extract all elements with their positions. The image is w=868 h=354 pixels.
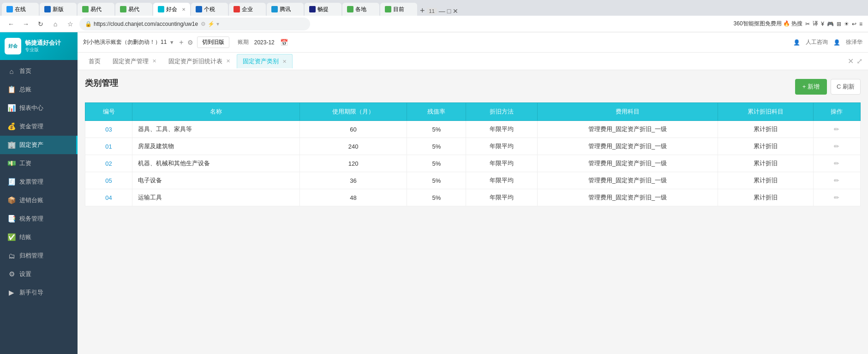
topbar-plus-icon[interactable]: + (179, 38, 183, 47)
cell-action-4[interactable]: ✏ (813, 189, 860, 206)
home-button[interactable]: ⌂ (50, 18, 61, 30)
dropdown-icon[interactable]: ▾ (216, 21, 219, 27)
page-tab-close-depr-stats[interactable]: ✕ (226, 58, 230, 64)
back-button[interactable]: ← (6, 18, 17, 30)
cell-expense-3: 管理费用_固定资产折旧_一级 (537, 172, 718, 189)
calendar-icon[interactable]: 📅 (280, 39, 288, 46)
bookmark-button[interactable]: ☆ (65, 18, 76, 30)
payroll-icon: 💵 (7, 159, 16, 168)
sidebar-item-closing[interactable]: ✅ 结账 (0, 228, 78, 246)
tab-window-close-icon[interactable]: ✕ (848, 57, 854, 66)
browser-tab-xinban[interactable]: 新版 (40, 3, 77, 16)
tab-icon-gedi (347, 6, 353, 12)
sidebar-item-reports[interactable]: 📊 报表中心 (0, 99, 78, 117)
translate-icon[interactable]: 译 (813, 20, 818, 28)
customer-service-label[interactable]: 人工咨询 (806, 38, 828, 46)
browser-tab-changjie[interactable]: 畅提 (305, 3, 341, 16)
sidebar-label-closing: 结账 (19, 233, 31, 241)
refresh-button[interactable]: C 刷新 (831, 79, 861, 95)
new-tab-button[interactable]: + (420, 6, 425, 16)
menu-icon[interactable]: ≡ (859, 21, 862, 27)
ledger-icon: 📋 (7, 85, 16, 94)
sidebar-item-invoice[interactable]: 🧾 发票管理 (0, 173, 78, 191)
page-tab-fixedasset-mgmt[interactable]: 固定资产管理 ✕ (107, 54, 162, 68)
sidebar-item-guide[interactable]: ▶ 新手引导 (0, 283, 78, 302)
archive-icon: 🗂 (7, 252, 16, 260)
edit-icon-4[interactable]: ✏ (834, 194, 839, 201)
switch-old-version-button[interactable]: 切到旧版 (197, 36, 229, 48)
tab-label-haohui: 好会 (166, 6, 177, 13)
edit-icon-1[interactable]: ✏ (834, 143, 839, 150)
col-header-rate: 残值率 (407, 103, 466, 121)
sidebar-item-payroll[interactable]: 💵 工资 (0, 154, 78, 173)
wallet-icon[interactable]: ¥ (821, 21, 824, 27)
maximize-icon[interactable]: □ (447, 7, 451, 15)
sidebar-item-home[interactable]: ⌂ 首页 (0, 62, 78, 80)
scissors-icon[interactable]: ✂ (805, 21, 810, 27)
cell-action-1[interactable]: ✏ (813, 138, 860, 155)
url-input[interactable]: 🔒 https://cloud.chanjet.com/accounting/u… (79, 18, 310, 30)
table-row: 05 电子设备 36 5% 年限平均 管理费用_固定资产折旧_一级 累计折旧 ✏ (85, 172, 861, 189)
cell-period-4: 48 (299, 189, 407, 206)
tab-label-changjie: 畅提 (317, 6, 329, 13)
sidebar-item-settings[interactable]: ⚙ 设置 (0, 265, 78, 283)
topbar-dropdown-icon[interactable]: ▾ (170, 39, 174, 46)
browser-tab-zaixin[interactable]: 在线 (2, 3, 39, 16)
reports-icon: 📊 (7, 104, 16, 112)
cell-accum-3: 累计折旧 (718, 172, 813, 189)
settings-icon[interactable]: ☀ (844, 21, 849, 27)
cell-action-0[interactable]: ✏ (813, 121, 860, 138)
browser-tab-haohui[interactable]: 好会 ✕ (153, 3, 190, 16)
col-header-accum: 累计折旧科目 (718, 103, 813, 121)
cell-action-2[interactable]: ✏ (813, 155, 860, 172)
sidebar-item-stock[interactable]: 📦 进销台账 (0, 191, 78, 210)
page-tab-home[interactable]: 首页 (83, 54, 106, 68)
topbar-right: 👤 人工咨询 👤 徐泽华 (793, 38, 862, 46)
sidebar-item-ledger[interactable]: 📋 总账 (0, 80, 78, 99)
bookmark-star-icon[interactable]: ⚡ (208, 21, 215, 27)
reload-button[interactable]: ↻ (35, 18, 46, 30)
add-button[interactable]: + 新增 (795, 79, 827, 95)
browser-tab-gedi[interactable]: 各地 (342, 3, 379, 16)
close-window-icon[interactable]: ✕ (453, 7, 458, 15)
topbar-settings-icon[interactable]: ⚙ (187, 39, 193, 46)
undo-icon[interactable]: ↩ (852, 21, 856, 27)
site-info-icon[interactable]: ⚙ (201, 21, 206, 27)
col-header-code: 编号 (85, 103, 132, 121)
sidebar-item-capital[interactable]: 💰 资金管理 (0, 117, 78, 136)
edit-icon-2[interactable]: ✏ (834, 160, 839, 167)
cell-period-2: 120 (299, 155, 407, 172)
cell-period-0: 60 (299, 121, 407, 138)
game-icon[interactable]: 🎮 (827, 21, 834, 27)
page-tab-depr-stats[interactable]: 固定资产折旧统计表 ✕ (163, 54, 236, 68)
browser-tab-muqian[interactable]: 目前 (380, 3, 417, 16)
cell-rate-0: 5% (407, 121, 466, 138)
edit-icon-0[interactable]: ✏ (834, 126, 839, 133)
sidebar-item-fixedassets[interactable]: 🏢 固定资产 (0, 136, 78, 154)
browser-tab-tengxun[interactable]: 腾讯 (267, 3, 304, 16)
edit-icon-3[interactable]: ✏ (834, 177, 839, 184)
sidebar-item-tax[interactable]: 📑 税务管理 (0, 210, 78, 228)
page-tab-close-category[interactable]: ✕ (282, 59, 287, 65)
cell-method-2: 年限平均 (466, 155, 537, 172)
sidebar-item-archive[interactable]: 🗂 归档管理 (0, 246, 78, 265)
tab-icon-qiye (233, 6, 240, 12)
tab-window-expand-icon[interactable]: ⤢ (856, 57, 862, 66)
grid-icon[interactable]: ⊞ (837, 21, 841, 27)
capital-icon: 💰 (7, 122, 16, 131)
minimize-icon[interactable]: — (439, 7, 445, 15)
page-tab-category[interactable]: 固定资产类别 ✕ (237, 54, 293, 68)
page-tab-close-fixedasset-mgmt[interactable]: ✕ (152, 58, 156, 64)
forward-button[interactable]: → (20, 18, 31, 30)
sidebar-label-fixedassets: 固定资产 (19, 141, 43, 149)
browser-tab-geshui[interactable]: 个税 (191, 3, 228, 16)
sidebar-label-payroll: 工资 (19, 159, 31, 168)
browser-tab-yidai1[interactable]: 易代 (78, 3, 114, 16)
browser-tab-close-haohui[interactable]: ✕ (182, 7, 186, 12)
col-header-expense: 费用科目 (537, 103, 718, 121)
table-row: 02 机器、机械和其他生产设备 120 5% 年限平均 管理费用_固定资产折旧_… (85, 155, 861, 172)
browser-tab-yidai2[interactable]: 易代 (115, 3, 152, 16)
cell-action-3[interactable]: ✏ (813, 172, 860, 189)
browser-toolbar-right: 360智能抠图免费用 🔥 热搜 ✂ 译 ¥ 🎮 ⊞ ☀ ↩ ≡ (734, 20, 862, 28)
browser-tab-qiye[interactable]: 企业 (229, 3, 266, 16)
